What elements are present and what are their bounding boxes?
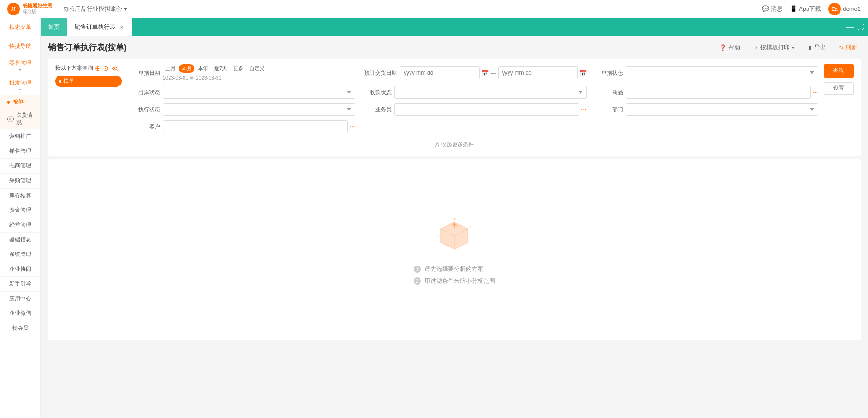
sidebar-item-marketing[interactable]: 营销推广 bbox=[0, 129, 40, 144]
date-btn-last-month[interactable]: 上月 bbox=[163, 64, 178, 73]
empty-state: 1 请先选择要分析的方案 2 用过滤条件来缩小分析范围 bbox=[414, 184, 495, 316]
sidebar-item-base[interactable]: 基础信息 bbox=[0, 233, 40, 247]
date-btn-this-year[interactable]: 本年 bbox=[195, 64, 211, 73]
sidebar-item-appcenter[interactable]: 应用中心 bbox=[0, 292, 40, 307]
expected-date-to[interactable] bbox=[498, 66, 578, 79]
workspace-title[interactable]: 办公用品行业模拟账套 ▾ bbox=[63, 5, 127, 13]
sidebar-item-retail[interactable]: 零售管理 ▾ bbox=[0, 56, 40, 76]
tab-sales-order[interactable]: 销售订单执行表 × bbox=[67, 18, 132, 36]
main-layout: 搜索菜单 快捷导航 零售管理 ▾ 批发管理 ▴ 按单 ○ 欠货情况 营销推广 bbox=[0, 18, 868, 418]
logo-area: 好 畅捷通好生意 标准版 bbox=[7, 3, 52, 15]
receipt-select[interactable] bbox=[394, 86, 587, 99]
app-download-btn[interactable]: 📱 App下载 bbox=[790, 5, 821, 13]
settings-scheme-icon[interactable]: ⊙ bbox=[103, 65, 108, 72]
page-actions: ❓ 帮助 🖨 按模板打印 ▾ ⬆ 导出 ↻ 刷新 bbox=[716, 42, 861, 53]
filter-row-4: 客户 ··· bbox=[133, 120, 818, 133]
submenu-item-shortage[interactable]: ○ 欠货情况 bbox=[0, 109, 40, 129]
filter-fields-grid: 单据日期 上月 本月 本年 近7天 更多 自定义 bbox=[133, 64, 818, 133]
date-btn-7days[interactable]: 近7天 bbox=[212, 64, 230, 73]
sidebar-item-ecommerce[interactable]: 电商管理 bbox=[0, 159, 40, 174]
filter-panel: 按以下方案查询 ⊕ ⊙ ≪ 按单 bbox=[48, 59, 861, 156]
date-btn-this-month[interactable]: 本月 bbox=[179, 64, 194, 73]
tabs-right-actions: — ⛶ bbox=[846, 18, 868, 36]
print-btn[interactable]: 🖨 按模板打印 ▾ bbox=[749, 42, 798, 53]
sidebar-item-system[interactable]: 系统管理 bbox=[0, 247, 40, 262]
customer-more-btn[interactable]: ··· bbox=[349, 123, 355, 131]
sidebar-item-operations[interactable]: 经营管理 bbox=[0, 218, 40, 233]
shipment-select[interactable] bbox=[163, 86, 355, 99]
sidebar-item-wechat[interactable]: 企业微信 bbox=[0, 306, 40, 321]
collapse-icon: ⋀ bbox=[435, 142, 439, 148]
settings-btn[interactable]: 设置 bbox=[824, 82, 854, 95]
tab-home[interactable]: 首页 bbox=[41, 18, 67, 36]
tab-minimize-btn[interactable]: — bbox=[846, 23, 854, 31]
collapse-filter-btn[interactable]: ⋀ 收起更多条件 bbox=[55, 137, 854, 150]
status-label: 单据状态 bbox=[596, 69, 623, 77]
data-area: 1 请先选择要分析的方案 2 用过滤条件来缩小分析范围 bbox=[48, 159, 861, 340]
status-select[interactable] bbox=[626, 66, 818, 79]
expected-date-from[interactable] bbox=[400, 66, 480, 79]
page-title: 销售订单执行表(按单) bbox=[48, 42, 127, 53]
goods-label: 商品 bbox=[596, 89, 623, 96]
collapse-scheme-btn[interactable]: ≪ bbox=[111, 65, 118, 72]
scheme-dot-icon bbox=[59, 80, 61, 83]
chevron-up-icon: ▴ bbox=[19, 86, 21, 91]
calendar-from-icon[interactable]: 📅 bbox=[481, 70, 489, 76]
search-menu-btn[interactable]: 搜索菜单 bbox=[3, 22, 38, 33]
sidebar-item-members[interactable]: 畅会员 bbox=[0, 321, 40, 336]
add-scheme-btn[interactable]: ⊕ bbox=[95, 65, 100, 72]
sidebar-item-wholesale[interactable]: 批发管理 ▴ bbox=[0, 76, 40, 96]
sidebar-item-sales[interactable]: 销售管理 bbox=[0, 144, 40, 159]
help-icon: ❓ bbox=[719, 44, 726, 51]
top-bar-right: 💬 消息 📱 App下载 Ea demo2 bbox=[762, 3, 861, 15]
filter-field-customer: 客户 ··· bbox=[133, 120, 355, 133]
sidebar-item-inventory[interactable]: 库存核算 bbox=[0, 189, 40, 204]
sidebar-item-purchase[interactable]: 采购管理 bbox=[0, 174, 40, 189]
empty-illustration bbox=[432, 211, 477, 256]
refresh-btn[interactable]: ↻ 刷新 bbox=[835, 42, 861, 53]
receipt-label: 收款状态 bbox=[364, 89, 392, 96]
filter-field-shipment: 出库状态 bbox=[133, 86, 355, 99]
date-range-display: 2023-03-01 至 2023-03-31 bbox=[163, 75, 355, 81]
filter-field-date: 单据日期 上月 本月 本年 近7天 更多 自定义 bbox=[133, 64, 355, 81]
print-icon: 🖨 bbox=[753, 44, 759, 51]
top-bar: 好 畅捷通好生意 标准版 办公用品行业模拟账套 ▾ 💬 消息 📱 App下载 E… bbox=[0, 0, 868, 18]
quick-nav-btn[interactable]: 快捷导航 bbox=[0, 40, 40, 53]
message-btn[interactable]: 💬 消息 bbox=[762, 5, 783, 13]
customer-label: 客户 bbox=[133, 123, 160, 131]
filter-scheme: 按以下方案查询 ⊕ ⊙ ≪ 按单 bbox=[55, 64, 127, 87]
user-area[interactable]: Ea demo2 bbox=[828, 3, 861, 15]
salesperson-input[interactable] bbox=[394, 103, 579, 116]
goods-more-btn[interactable]: ··· bbox=[812, 88, 818, 96]
date-btn-more[interactable]: 更多 bbox=[231, 64, 246, 73]
goods-input[interactable] bbox=[626, 86, 811, 99]
sidebar-search-area: 搜索菜单 bbox=[0, 18, 40, 37]
filter-main-row: 按以下方案查询 ⊕ ⊙ ≪ 按单 bbox=[55, 64, 854, 133]
date-label: 单据日期 bbox=[133, 69, 160, 77]
exec-select[interactable] bbox=[163, 103, 355, 116]
help-btn[interactable]: ❓ 帮助 bbox=[716, 42, 744, 53]
export-btn[interactable]: ⬆ 导出 bbox=[804, 42, 830, 53]
submenu-item-order[interactable]: 按单 bbox=[0, 95, 40, 109]
filter-field-status: 单据状态 bbox=[596, 66, 818, 79]
customer-input[interactable] bbox=[163, 120, 348, 133]
dept-select[interactable] bbox=[626, 103, 818, 116]
tab-close-btn[interactable]: × bbox=[118, 24, 125, 30]
filter-field-receipt: 收款状态 bbox=[364, 86, 587, 99]
salesperson-more-btn[interactable]: ··· bbox=[581, 105, 587, 114]
step-number-1: 1 bbox=[414, 266, 421, 273]
date-btn-custom[interactable]: 自定义 bbox=[247, 64, 267, 73]
query-btn[interactable]: 查询 bbox=[824, 64, 854, 78]
wholesale-submenu: 按单 ○ 欠货情况 bbox=[0, 95, 40, 129]
filter-field-goods: 商品 ··· bbox=[596, 86, 818, 99]
active-dot-icon bbox=[7, 101, 10, 104]
sidebar-item-finance[interactable]: 资金管理 bbox=[0, 203, 40, 218]
calendar-to-icon[interactable]: 📅 bbox=[580, 70, 587, 76]
print-dropdown-icon: ▾ bbox=[792, 44, 795, 51]
tab-maximize-btn[interactable]: ⛶ bbox=[857, 23, 864, 31]
sidebar-item-newbie[interactable]: 新手引导 bbox=[0, 277, 40, 292]
logo-text-area: 畅捷通好生意 标准版 bbox=[23, 3, 52, 15]
filter-field-expected-date: 预计交货日期 📅 — 📅 bbox=[364, 66, 587, 79]
sidebar-item-enterprise[interactable]: 企业协同 bbox=[0, 262, 40, 277]
scheme-item-order[interactable]: 按单 bbox=[55, 76, 122, 87]
